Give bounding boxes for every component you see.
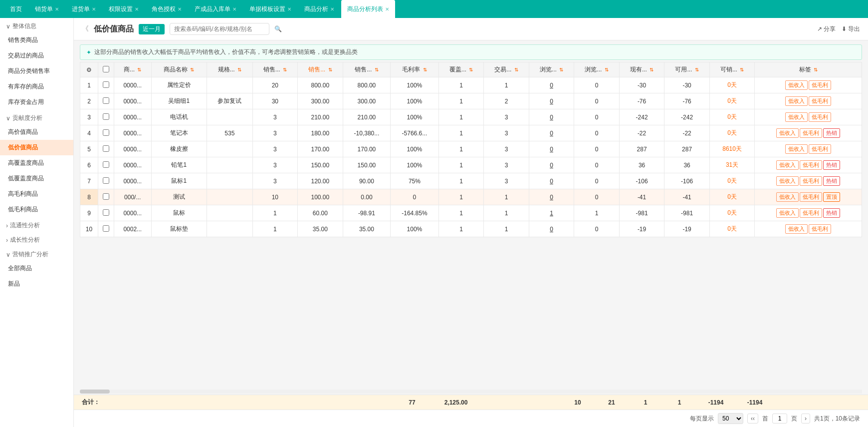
cell-browse1[interactable]: 0 <box>529 157 574 173</box>
close-icon[interactable]: ✕ <box>287 6 291 12</box>
nav-sales-order[interactable]: 销货单 ✕ <box>29 0 65 18</box>
sidebar-item-all-goods[interactable]: 全部商品 <box>0 261 73 276</box>
row-select-checkbox[interactable] <box>103 225 109 232</box>
sidebar-item-low-value[interactable]: 低价值商品 <box>0 140 73 155</box>
sort-icon[interactable]: ⇅ <box>740 67 744 72</box>
sidebar-item-sales-goods[interactable]: 销售类商品 <box>0 32 73 48</box>
chevron-down-icon: ∨ <box>6 23 10 30</box>
close-icon[interactable]: ✕ <box>55 6 59 12</box>
close-icon[interactable]: ✕ <box>135 6 139 12</box>
share-button[interactable]: ↗ 分享 <box>817 25 836 33</box>
row-select-checkbox[interactable] <box>103 193 109 200</box>
sort-icon[interactable]: ⇅ <box>814 67 818 72</box>
select-all-checkbox[interactable] <box>103 66 109 72</box>
sidebar-group-overall[interactable]: ∨ 整体信息 <box>0 18 73 32</box>
cell-browse1[interactable]: 0 <box>529 189 574 205</box>
sidebar-group-contribution[interactable]: ∨ 贡献度分析 <box>0 110 73 124</box>
sort-icon[interactable]: ⇅ <box>423 67 427 72</box>
close-icon[interactable]: ✕ <box>178 6 182 12</box>
next-page-btn[interactable]: › <box>801 414 810 424</box>
row-checkbox[interactable] <box>98 93 114 109</box>
row-select-checkbox[interactable] <box>103 161 109 168</box>
nav-role-auth[interactable]: 角色授权 ✕ <box>146 0 188 18</box>
sort-icon[interactable]: ⇅ <box>375 67 379 72</box>
cell-browse1[interactable]: 0 <box>529 173 574 189</box>
sidebar-group-growth[interactable]: › 成长性分析 <box>0 232 73 246</box>
sort-icon[interactable]: ⇅ <box>190 67 194 72</box>
sort-icon[interactable]: ⇅ <box>137 67 141 72</box>
close-icon[interactable]: ✕ <box>232 6 236 12</box>
row-select-checkbox[interactable] <box>103 209 109 216</box>
horizontal-scrollbar[interactable] <box>80 390 862 394</box>
nav-product-analysis-list[interactable]: 商品分析列表 ✕ <box>341 0 395 18</box>
row-index: 6 <box>80 157 98 173</box>
sort-icon[interactable]: ⇅ <box>514 67 518 72</box>
sort-icon[interactable]: ⇅ <box>559 67 563 72</box>
cell-code: 0000... <box>114 157 152 173</box>
row-checkbox[interactable] <box>98 173 114 189</box>
sidebar-collapse-btn[interactable]: 《 <box>82 24 89 33</box>
scrollbar-thumb[interactable] <box>80 390 110 394</box>
close-icon[interactable]: ✕ <box>92 6 96 12</box>
sidebar-item-stocked-goods[interactable]: 有库存的商品 <box>0 79 73 94</box>
sidebar-group-flow[interactable]: › 流通性分析 <box>0 217 73 232</box>
row-checkbox[interactable] <box>98 125 114 141</box>
sort-icon[interactable]: ⇅ <box>695 67 699 72</box>
search-icon[interactable]: 🔍 <box>274 25 282 32</box>
export-button[interactable]: ⬇ 导出 <box>842 25 860 33</box>
nav-permission[interactable]: 权限设置 ✕ <box>103 0 145 18</box>
cell-browse1[interactable]: 0 <box>529 109 574 125</box>
nav-template-setting[interactable]: 单据模板设置 ✕ <box>243 0 297 18</box>
sidebar-item-new-goods[interactable]: 新品 <box>0 276 73 292</box>
sidebar-item-category-rate[interactable]: 商品分类销售率 <box>0 63 73 79</box>
sort-icon[interactable]: ⇅ <box>650 67 653 72</box>
sidebar-group-marketing[interactable]: ∨ 营销推广分析 <box>0 246 73 261</box>
sidebar-item-high-coverage[interactable]: 高覆盖度商品 <box>0 155 73 171</box>
first-page-btn[interactable]: ‹‹ <box>747 414 758 424</box>
sidebar-item-stock-value[interactable]: 库存资金占用 <box>0 94 73 110</box>
cell-browse1[interactable]: 1 <box>529 205 574 221</box>
page-size-select[interactable]: 50 20 100 <box>718 413 743 424</box>
col-checkbox[interactable] <box>98 62 114 77</box>
cell-browse1[interactable]: 0 <box>529 221 574 237</box>
cell-sales3: 35.00 <box>343 221 391 237</box>
cell-browse1[interactable]: 0 <box>529 93 574 109</box>
row-checkbox[interactable] <box>98 221 114 237</box>
row-checkbox[interactable] <box>98 157 114 173</box>
row-select-checkbox[interactable] <box>103 81 109 88</box>
close-icon[interactable]: ✕ <box>385 6 389 12</box>
row-select-checkbox[interactable] <box>103 177 109 184</box>
row-checkbox[interactable] <box>98 109 114 125</box>
search-input[interactable] <box>170 23 269 35</box>
sort-icon[interactable]: ⇅ <box>328 67 332 72</box>
sidebar-item-traded-goods[interactable]: 交易过的商品 <box>0 48 73 63</box>
sidebar-item-high-margin[interactable]: 高毛利商品 <box>0 186 73 202</box>
row-checkbox[interactable] <box>98 77 114 93</box>
footer-browse1: 1 <box>631 399 660 406</box>
row-checkbox[interactable] <box>98 189 114 205</box>
row-select-checkbox[interactable] <box>103 113 109 120</box>
sidebar-item-high-value[interactable]: 高价值商品 <box>0 124 73 140</box>
cell-browse1[interactable]: 0 <box>529 125 574 141</box>
sidebar-item-low-coverage[interactable]: 低覆盖度商品 <box>0 171 73 186</box>
nav-product-stock[interactable]: 产成品入库单 ✕ <box>189 0 242 18</box>
nav-product-analysis[interactable]: 商品分析 ✕ <box>298 0 340 18</box>
row-checkbox[interactable] <box>98 205 114 221</box>
sort-icon[interactable]: ⇅ <box>237 67 241 72</box>
row-select-checkbox[interactable] <box>103 145 109 152</box>
close-icon[interactable]: ✕ <box>330 6 334 12</box>
col-settings[interactable]: ⚙ <box>80 62 98 77</box>
sort-icon[interactable]: ⇅ <box>283 67 287 72</box>
cell-browse1[interactable]: 0 <box>529 77 574 93</box>
sort-icon[interactable]: ⇅ <box>469 67 473 72</box>
sort-icon[interactable]: ⇅ <box>605 67 609 72</box>
row-select-checkbox[interactable] <box>103 97 109 104</box>
sidebar-item-low-margin[interactable]: 低毛利商品 <box>0 202 73 217</box>
row-checkbox[interactable] <box>98 141 114 157</box>
page-number-input[interactable] <box>772 414 787 424</box>
cell-browse1[interactable]: 0 <box>529 141 574 157</box>
row-select-checkbox[interactable] <box>103 129 109 136</box>
nav-home[interactable]: 首页 <box>4 0 28 18</box>
filter-tag-recent[interactable]: 近一月 <box>139 24 165 34</box>
nav-purchase-order[interactable]: 进货单 ✕ <box>66 0 102 18</box>
